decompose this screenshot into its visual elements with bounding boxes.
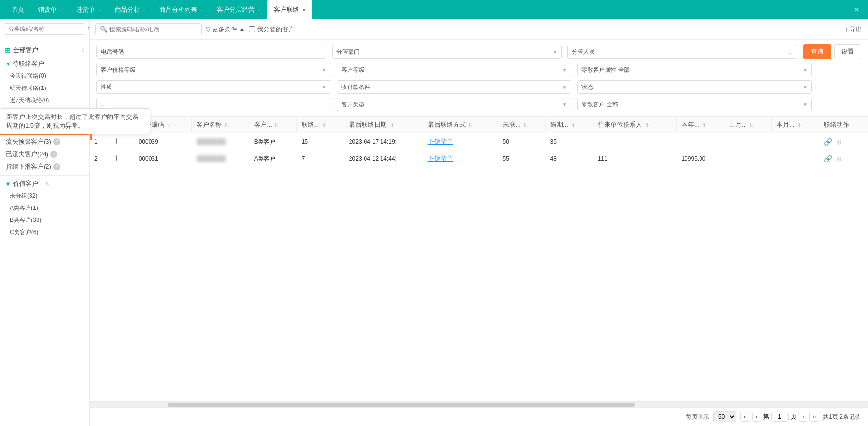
sidebar-a-class[interactable]: A类客户(1) — [0, 202, 89, 214]
row2-contact-method-link[interactable]: 下销货单 — [428, 155, 453, 162]
filter-search-input[interactable] — [109, 26, 198, 33]
row1-checkbox[interactable] — [111, 133, 134, 150]
declining-info-icon[interactable]: ? — [53, 163, 60, 170]
close-purchase-order-icon[interactable]: × — [98, 7, 101, 13]
sidebar-unclassified[interactable]: 未分组(32) — [0, 190, 89, 202]
col-last-month-header[interactable]: 上月... ⇅ — [724, 117, 772, 133]
row2-action: 🔗 ⊞ — [819, 150, 868, 167]
sidebar-b-class[interactable]: B类客户(33) — [0, 214, 89, 226]
type-sort-icon: ⇅ — [274, 122, 278, 128]
row1-seq: 1 — [90, 133, 111, 150]
per-page-select[interactable]: 50 — [713, 411, 736, 422]
col-partner-contact-header[interactable]: 往来单位联系人 ⇅ — [593, 117, 677, 133]
col-this-year-header[interactable]: 本年... ⇅ — [676, 117, 724, 133]
retail-customer-field[interactable]: 零散客户 全部 ▼ — [577, 98, 812, 111]
overdue-sort-icon: ⇅ — [571, 122, 575, 128]
nav-product-analysis[interactable]: 商品分析 × — [108, 0, 152, 19]
close-sales-order-icon[interactable]: × — [60, 7, 62, 13]
close-product-analysis-list-icon[interactable]: × — [200, 7, 203, 13]
filter-row-4: ... 客户类型 ▼ 零散客户 全部 ▼ — [96, 98, 861, 111]
row1-contact-method-link[interactable]: 下销货单 — [428, 138, 453, 145]
manage-person-field[interactable]: 分管人员 ... — [567, 45, 797, 59]
row1-grid-icon[interactable]: ⊞ — [836, 138, 842, 146]
my-customer-checkbox[interactable] — [249, 26, 255, 32]
my-customer-checkbox-area[interactable]: 我分管的客户 — [249, 25, 295, 34]
nav-customer-segment[interactable]: 客户分层经营 × — [210, 0, 267, 19]
sidebar-churned[interactable]: 已流失客户(24) ? — [0, 148, 89, 161]
retail-attribute-field[interactable]: 零散客户属性 全部 ▼ — [577, 63, 812, 76]
main-layout: 🔍 ⊞ 全部客户 《 ▼ 待联络客户 今天待联络(0) 明天待联络(1) 近7天… — [0, 19, 868, 426]
sidebar-tree: ⊞ 全部客户 《 ▼ 待联络客户 今天待联络(0) 明天待联络(1) 近7天待联… — [0, 39, 89, 426]
per-page-label: 每页显示 — [686, 413, 709, 421]
churned-info-icon[interactable]: ? — [50, 151, 57, 158]
col-overdue-header[interactable]: 逾期... ⇅ — [546, 117, 593, 133]
col-last-contact-method-header[interactable]: 最后联络方式 ⇅ — [423, 117, 498, 133]
sidebar-7day-pending[interactable]: 近7天待联络(0) — [0, 94, 89, 106]
close-customer-contact-icon[interactable]: × — [302, 7, 305, 13]
customer-type-field[interactable]: 客户类型 ▼ — [337, 98, 572, 111]
next-page-button[interactable]: › — [799, 412, 807, 422]
col-uncontact-header[interactable]: 未联... ⇅ — [498, 117, 545, 133]
nature-field[interactable]: 性质 ▼ — [96, 80, 331, 94]
nav-product-analysis-list[interactable]: 商品分析列表 × — [152, 0, 210, 19]
sidebar-tomorrow-pending[interactable]: 明天待联络(1) — [0, 82, 89, 94]
row1-link-icon[interactable]: 🔗 — [824, 138, 832, 146]
payment-condition-field[interactable]: 收付款条件 ▼ — [337, 80, 572, 94]
prev-page-button[interactable]: ‹ — [752, 412, 761, 422]
settings-button[interactable]: 设置 — [834, 44, 861, 59]
col-last-contact-date-header[interactable]: 最后联络日期 ⇅ — [344, 117, 423, 133]
close-customer-segment-icon[interactable]: × — [258, 7, 260, 13]
row2-select-checkbox[interactable] — [116, 155, 122, 161]
collapse-icon[interactable]: 《 — [79, 47, 84, 54]
sidebar-all-customers[interactable]: ⊞ 全部客户 《 — [0, 43, 89, 58]
export-button[interactable]: ↑ 导出 — [845, 25, 863, 34]
nature-arrow-icon: ▼ — [322, 85, 327, 90]
price-level-field[interactable]: 客户价格等级 ▼ — [96, 63, 331, 76]
row2-link-icon[interactable]: 🔗 — [824, 155, 832, 162]
row2-grid-icon[interactable]: ⊞ — [836, 155, 842, 162]
status-field[interactable]: 状态 ▼ — [577, 80, 812, 94]
horizontal-scroll-thumb[interactable] — [168, 403, 635, 407]
col-this-month-header[interactable]: 本月... ⇅ — [772, 117, 819, 133]
sidebar-search-input[interactable] — [4, 23, 85, 35]
page-input[interactable] — [771, 412, 789, 422]
nav-customer-contact[interactable]: 客户联络 × — [267, 0, 312, 19]
filter-row-2: 客户价格等级 ▼ 客户等级 ▼ 零散客户属性 全部 ▼ — [96, 63, 861, 76]
last-page-button[interactable]: » — [809, 412, 820, 422]
col-name-header[interactable]: 客户名称 ⇅ — [192, 117, 249, 133]
nav-purchase-order[interactable]: 进货单 × — [69, 0, 107, 19]
manage-person-dots: ... — [788, 48, 793, 55]
value-group-circle-icon[interactable]: ○ — [40, 181, 44, 187]
sidebar-c-class[interactable]: C类客户(6) — [0, 226, 89, 238]
col-contacts-header[interactable]: 联络... ⇅ — [297, 117, 344, 133]
col-type-header[interactable]: 客户... ⇅ — [249, 117, 297, 133]
customer-table: ⚙ 客户编码 ⇅ 客户名称 ⇅ — [90, 117, 868, 167]
close-product-analysis-icon[interactable]: × — [143, 7, 146, 13]
manage-dept-field[interactable]: 分管部门 ▼ — [332, 45, 562, 59]
nav-sales-order[interactable]: 销货单 × — [31, 0, 69, 19]
row2-checkbox[interactable] — [111, 150, 134, 167]
window-close-button[interactable]: × — [850, 5, 863, 15]
phone-field[interactable]: 电话号码 — [96, 45, 326, 59]
table-row: 2 000031 A类客户 7 2023-04-12 14:44: — [90, 150, 868, 167]
nav-home[interactable]: 首页 — [5, 0, 31, 19]
row1-select-checkbox[interactable] — [116, 138, 122, 144]
sidebar-declining[interactable]: 持续下滑客户(2) ? — [0, 161, 89, 173]
export-icon: ↑ — [845, 26, 849, 33]
sidebar-value-group[interactable]: ▼ 价值客户 ○ ✎ — [0, 177, 89, 190]
row1-contacts: 15 — [297, 133, 344, 150]
sidebar-today-pending[interactable]: 今天待联络(0) — [0, 70, 89, 82]
value-group-edit-icon[interactable]: ✎ — [46, 181, 49, 187]
filter-row-1: 电话号码 分管部门 ▼ 分管人员 ... 查询 设置 — [96, 44, 861, 59]
churn-warning-info-icon[interactable]: ? — [53, 138, 60, 145]
horizontal-scrollbar[interactable] — [90, 401, 868, 407]
first-page-button[interactable]: « — [740, 412, 750, 422]
filter-funnel-icon: ▽ — [206, 26, 211, 33]
more-conditions-btn[interactable]: ▽ 更多条件 ▲ — [206, 25, 245, 34]
sidebar-pending-contact-group[interactable]: ▼ 待联络客户 — [0, 58, 89, 70]
customer-level-field[interactable]: 客户等级 ▼ — [337, 63, 572, 76]
sidebar-churn-warning[interactable]: 流失预警客户(3) ? — [0, 135, 89, 148]
code-sort-icon: ⇅ — [167, 122, 170, 128]
row1-this-year — [676, 133, 724, 150]
query-button[interactable]: 查询 — [803, 44, 831, 59]
